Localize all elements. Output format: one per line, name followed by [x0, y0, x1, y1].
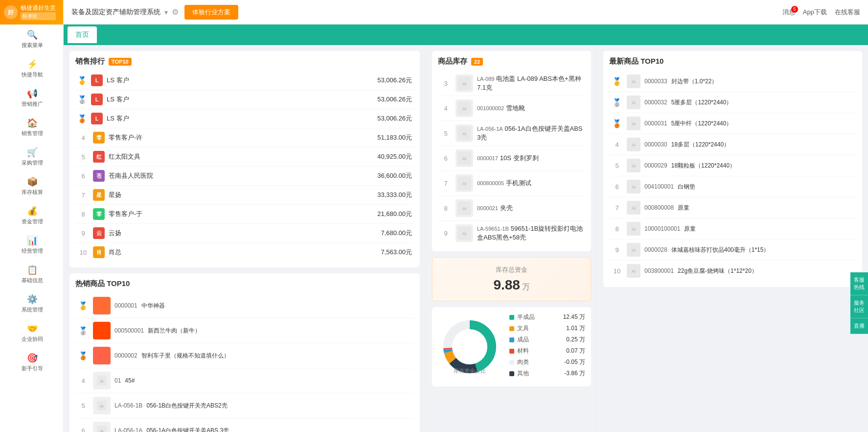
svg-text:Ai: Ai	[462, 206, 466, 211]
new-products-card: 最新商品 TOP10 🥇 Ai 0000033 封边带（1.0*22） 🥈 Ai…	[603, 51, 862, 287]
messages-badge[interactable]: 消息 6	[782, 8, 795, 17]
floating-customer-service[interactable]: 客服热线	[850, 272, 868, 295]
np-product-img: Ai	[627, 74, 640, 88]
inventory-row: 5 Ai LA-056-1A056-1A白色按键开关盖ABS 3壳	[438, 121, 585, 146]
main-area: 装备及固定资产辅助管理系统 ▾ ⚙ 体验行业方案 消息 6 App下载 在线客服…	[64, 0, 868, 432]
quicknav-icon: ⚡	[27, 59, 38, 70]
np-product-img: Ai	[627, 96, 640, 109]
legend-name: 肉类	[517, 358, 561, 366]
svg-text:Ai: Ai	[632, 121, 636, 126]
trial-button[interactable]: 体验行业方案	[184, 5, 238, 20]
customer-amount: 53,006.26元	[377, 76, 412, 85]
hot-product-row: 🥉 0000002 智利车子里（规格不知道填什么）	[75, 343, 414, 368]
base-icon: 📋	[27, 264, 38, 275]
sales-ranking-row: 8 零 零售客户-于 21,680.00元	[75, 205, 414, 224]
np-product-name: 原童	[684, 225, 854, 233]
sidebar-search-label: 搜索菜单	[22, 42, 43, 49]
new-product-row: 🥇 Ai 0000033 封边带（1.0*22）	[609, 71, 856, 92]
hot-product-img	[93, 297, 111, 314]
customer-name: 云扬	[109, 229, 381, 238]
inv-product-placeholder: Ai	[456, 74, 473, 92]
legend-item: 肉类 -0.05 万	[509, 358, 585, 366]
sales-ranking-title: 销售排行 TOP10	[75, 57, 414, 66]
hot-product-placeholder: AI	[93, 372, 111, 389]
svg-text:Ai: Ai	[632, 164, 636, 168]
inv-rank-num: 9	[440, 230, 452, 237]
sidebar-item-finance[interactable]: 💰 资金管理	[0, 201, 63, 230]
customer-name: 零售客户-许	[109, 133, 377, 142]
new-products-rows: 🥇 Ai 0000033 封边带（1.0*22） 🥈 Ai 0000032 5厘…	[609, 71, 856, 281]
np-product-img: Ai	[627, 117, 640, 130]
svg-text:Ai: Ai	[462, 131, 466, 136]
stock-total-card: 库存总资金 9.88 万	[432, 257, 591, 301]
np-product-name: 体城嘉枝味苏打饮品400毫升（1*15）	[671, 246, 854, 254]
customer-amount: 51,183.00元	[377, 133, 412, 142]
sidebar-item-newbie[interactable]: 🎯 新手引导	[0, 348, 63, 377]
rank-medal: 🥈	[77, 95, 87, 104]
customer-amount: 33,333.00元	[377, 191, 412, 199]
sidebar-item-inventory[interactable]: 📦 库存核算	[0, 171, 63, 201]
customer-amount: 21,680.00元	[377, 210, 412, 218]
hot-product-name: 智利车子里（规格不知道填什么）	[141, 352, 412, 360]
logo-text: 畅捷通好生意	[21, 4, 56, 12]
inv-rank-num: 8	[440, 205, 452, 212]
sales-ranking-card: 销售排行 TOP10 🥇 L LS 客户 53,006.26元 🥈 L LS 客…	[69, 51, 420, 267]
sidebar-item-system[interactable]: ⚙️ 系统管理	[0, 289, 63, 318]
hot-products-section: 热销商品 TOP10 🥇 0000001 中华神器 🥈 000500001 新西…	[69, 273, 420, 432]
customer-name: 零售客户-于	[109, 210, 377, 218]
messages-count: 6	[791, 6, 798, 13]
svg-text:Ai: Ai	[632, 185, 636, 190]
np-product-img: Ai	[627, 201, 640, 215]
sales-top-badge: TOP10	[109, 58, 132, 66]
sidebar-item-quicknav[interactable]: ⚡ 快捷导航	[0, 54, 63, 83]
sidebar-item-operations[interactable]: 📊 经营管理	[0, 230, 63, 260]
np-product-img: Ai	[627, 159, 640, 172]
legend-color	[509, 337, 514, 342]
customer-icon: L	[91, 94, 103, 105]
customer-amount: 53,006.26元	[377, 114, 412, 123]
floating-live[interactable]: 直播	[850, 318, 868, 334]
svg-text:Ai: Ai	[632, 206, 636, 211]
np-rank-num: 9	[611, 246, 623, 254]
dropdown-icon[interactable]: ▾	[164, 8, 168, 16]
np-product-code: 000800008	[644, 204, 674, 211]
customer-amount: 7,680.00元	[381, 229, 412, 238]
app-download[interactable]: App下载	[803, 8, 827, 17]
inv-product-placeholder: Ai	[456, 124, 473, 142]
floating-community[interactable]: 服务社区	[850, 295, 868, 318]
inv-product-placeholder: Ai	[456, 99, 473, 117]
sidebar-item-search[interactable]: 🔍 搜索菜单	[0, 24, 63, 54]
hot-product-name: 056-1B白色按键开关壳ABS2壳	[146, 402, 412, 410]
np-product-img: Ai	[627, 243, 640, 257]
new-product-row: 🥈 Ai 0000032 5厘多层（1220*2440）	[609, 92, 856, 113]
sidebar-marketing-label: 营销推广	[22, 100, 43, 108]
chart-label: 库存资金占比	[454, 367, 486, 375]
online-service[interactable]: 在线客服	[835, 8, 860, 17]
np-product-name: 22g鱼豆腐-烧烤味（1*12*20）	[678, 267, 854, 275]
np-rank-num: 8	[611, 225, 623, 233]
donut-chart: 库存资金占比	[438, 315, 502, 379]
gear-icon[interactable]: ⚙	[172, 7, 179, 17]
sidebar-item-purchase[interactable]: 🛒 采购管理	[0, 142, 63, 171]
np-rank-medal: 🥇	[611, 77, 623, 86]
legend-name: 半成品	[517, 313, 560, 321]
sidebar-item-collaboration[interactable]: 🤝 企业协同	[0, 318, 63, 348]
inventory-row: 4 Ai 001000002雪地靴	[438, 96, 585, 121]
np-rank-num: 4	[611, 141, 623, 148]
new-product-row: 4 Ai 0000030 18多层（1220*2440）	[609, 134, 856, 155]
sidebar-item-sales[interactable]: 🏠 销售管理	[0, 113, 63, 142]
customer-name: 苍南县人民医院	[109, 171, 377, 180]
np-product-code: 003800001	[644, 267, 674, 274]
stock-chart-area: 库存资金占比 半成品 12.45 万 文具 1.01 万 成品 0.25 万 材…	[432, 307, 591, 386]
customer-name: LS 客户	[107, 76, 377, 85]
sidebar-item-marketing[interactable]: 📢 营销推广	[0, 83, 63, 113]
sidebar: 好 畅捷通好生意 标准版 🔍 搜索菜单 ⚡ 快捷导航 📢 营销推广 🏠 销售管理…	[0, 0, 64, 432]
legend-value: 1.01 万	[566, 324, 585, 333]
sidebar-sales-label: 销售管理	[22, 130, 43, 137]
svg-text:Ai: Ai	[462, 156, 466, 161]
svg-text:AI: AI	[100, 379, 104, 384]
sidebar-item-base[interactable]: 📋 基础信息	[0, 260, 63, 289]
tab-home[interactable]: 首页	[68, 26, 97, 43]
search-icon: 🔍	[27, 29, 38, 40]
inventory-title: 商品库存 22	[438, 57, 585, 66]
